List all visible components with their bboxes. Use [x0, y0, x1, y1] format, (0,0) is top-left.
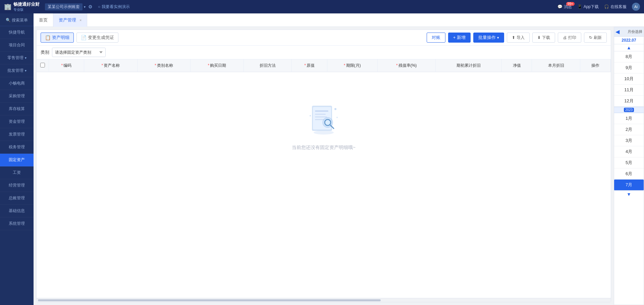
import-button[interactable]: ⬆ 导入	[507, 33, 530, 43]
nav-up-icon[interactable]: ▲	[627, 45, 631, 50]
th-net-value: 净值	[501, 59, 532, 72]
message-badge: 99+	[566, 2, 575, 6]
batch-button[interactable]: 批量操作	[473, 33, 504, 43]
sidebar-item-label: 经营管理	[9, 183, 25, 188]
month-item-3[interactable]: 3月	[614, 135, 644, 146]
table-header-row: *编码 *资产名称 *类别名称 *购买日期 折旧方法 *原值 *期限(月) *残…	[37, 59, 611, 72]
sidebar-item-label: 工资	[13, 170, 21, 175]
demo-link[interactable]: ○ 我要看实例演示	[98, 4, 130, 10]
sidebar-item-basic[interactable]: 基础信息	[0, 205, 34, 217]
month-item-5[interactable]: 5月	[614, 157, 644, 168]
tab-assets[interactable]: 资产管理 ×	[53, 13, 87, 27]
empty-text: 当前您还没有固定资产明细哦~	[292, 145, 356, 151]
settings-icon[interactable]: ⚙	[88, 4, 93, 9]
download-button[interactable]: ⬇ 下载	[532, 33, 555, 43]
horizontal-scrollbar[interactable]	[37, 298, 611, 302]
sub-tab-voucher[interactable]: 📄 变更生成凭证	[76, 33, 118, 43]
month-picker-collapse-icon[interactable]: ◀	[615, 29, 620, 35]
sidebar-item-wholesale[interactable]: 批发管理	[0, 64, 34, 77]
scroll-thumb[interactable]	[38, 299, 381, 301]
toolbar: 对账 + 新增 批量操作 ⬆ 导入 ⬇	[427, 33, 607, 43]
category-filter-select[interactable]: 请选择固定资产类别	[52, 48, 106, 57]
reconcile-button[interactable]: 对账	[427, 33, 445, 43]
sidebar-item-inventory[interactable]: 库存核算	[0, 103, 34, 115]
company-name: 某某公司示例账套	[45, 3, 83, 10]
online-service-icon: 🎧	[604, 4, 609, 9]
tab-assets-label: 资产管理	[59, 17, 76, 23]
main-panel: 📋 资产明细 📄 变更生成凭证 对账	[36, 30, 611, 302]
month-item-9[interactable]: 9月	[614, 62, 644, 73]
month-item-10[interactable]: 10月	[614, 73, 644, 85]
month-item-2[interactable]: 2月	[614, 124, 644, 135]
sidebar-item-label: 系统管理	[9, 221, 25, 226]
sidebar-item-finance[interactable]: 资金管理	[0, 115, 34, 128]
sidebar-item-purchase[interactable]: 采购管理	[0, 90, 34, 103]
app-download-icon: 📱	[577, 4, 582, 9]
select-all-checkbox[interactable]	[40, 63, 45, 67]
sidebar-item-invoice[interactable]: 发票管理	[0, 128, 34, 141]
month-item-6[interactable]: 6月	[614, 168, 644, 180]
sidebar-item-quicknav[interactable]: 快捷导航	[0, 26, 34, 39]
sidebar-item-operation[interactable]: 经营管理	[0, 179, 34, 192]
online-service-label: 在线客服	[610, 4, 627, 10]
th-purchase-date: *购买日期	[191, 59, 244, 72]
sub-tab-detail[interactable]: 📋 资产明细	[41, 33, 74, 43]
detail-icon: 📋	[45, 35, 51, 40]
sub-tab-detail-label: 资产明细	[52, 35, 69, 41]
th-residual-rate: *残值率(%)	[377, 59, 435, 72]
sidebar-item-label: 总账管理	[9, 195, 25, 201]
month-item-1[interactable]: 1月	[614, 113, 644, 124]
assets-table: *编码 *资产名称 *类别名称 *购买日期 折旧方法 *原值 *期限(月) *残…	[37, 59, 611, 177]
sidebar-item-project[interactable]: 项目合同	[0, 39, 34, 52]
sidebar-item-salary[interactable]: 工资	[0, 166, 34, 179]
batch-label: 批量操作	[478, 35, 496, 41]
empty-illustration	[304, 99, 344, 139]
content-area: 首页 资产管理 × 📋 资产明细 📄	[34, 13, 644, 305]
print-icon: 🖨	[563, 35, 567, 40]
online-service-button[interactable]: 🎧 在线客服	[604, 4, 627, 10]
message-icon: 💬	[557, 4, 562, 9]
sidebar-item-label: 采购管理	[9, 93, 25, 99]
month-item-7[interactable]: 7月	[614, 180, 644, 191]
month-item-8[interactable]: 8月	[614, 51, 644, 62]
sidebar-item-ecommerce[interactable]: 小畅电商	[0, 77, 34, 90]
svg-rect-6	[315, 119, 324, 120]
month-picker-panel: ◀ 月份选择 2022.07 ▲ 8月 9月 10月 11月 12月 2023 …	[614, 27, 644, 305]
svg-rect-3	[315, 110, 328, 112]
month-picker-nav-up[interactable]: ▲	[614, 44, 644, 51]
sidebar-item-label: 项目合同	[9, 42, 25, 48]
app-download-label: App下载	[584, 4, 599, 10]
month-item-12[interactable]: 12月	[614, 96, 644, 107]
month-picker-nav-down[interactable]: ▼	[614, 191, 644, 198]
sidebar-item-assets[interactable]: 固定资产	[0, 154, 34, 166]
sidebar-item-label: 固定资产	[9, 157, 25, 163]
message-button[interactable]: 💬 消息 99+	[557, 4, 572, 10]
print-button[interactable]: 🖨 打印	[558, 33, 581, 43]
svg-rect-4	[315, 114, 326, 115]
filter-row: 类别 请选择固定资产类别	[37, 46, 611, 59]
user-avatar[interactable]: Ai	[632, 3, 640, 11]
page-content: 📋 资产明细 📄 变更生成凭证 对账	[34, 27, 644, 305]
svg-point-13	[336, 117, 338, 118]
month-picker-current[interactable]: 2022.07	[614, 37, 644, 44]
company-selector[interactable]: 某某公司示例账套 ▾	[45, 3, 86, 10]
refresh-button[interactable]: ↻ 刷新	[584, 33, 607, 43]
month-item-4[interactable]: 4月	[614, 146, 644, 157]
sidebar-item-retail[interactable]: 零售管理	[0, 52, 34, 64]
tab-assets-close-icon[interactable]: ×	[79, 18, 82, 22]
tab-home[interactable]: 首页	[34, 13, 53, 27]
th-code: *编码	[49, 59, 84, 72]
nav-down-icon[interactable]: ▼	[627, 192, 631, 197]
app-download-button[interactable]: 📱 App下载	[577, 4, 599, 10]
search-label: 搜索菜单	[12, 18, 28, 22]
sidebar-item-label: 税务管理	[9, 144, 25, 150]
sidebar-item-tax[interactable]: 税务管理	[0, 141, 34, 154]
download-label: 下载	[542, 35, 550, 41]
main-layout: 🔍 搜索菜单 快捷导航 项目合同 零售管理 批发管理 小畅电商 采购管理 库存核…	[0, 13, 644, 305]
sidebar-item-accounting[interactable]: 总账管理	[0, 192, 34, 205]
sidebar-item-system[interactable]: 系统管理	[0, 217, 34, 230]
sidebar-search[interactable]: 🔍 搜索菜单	[0, 13, 34, 26]
th-name: *资产名称	[84, 59, 137, 72]
month-item-11[interactable]: 11月	[614, 85, 644, 96]
add-button[interactable]: + 新增	[448, 33, 471, 43]
